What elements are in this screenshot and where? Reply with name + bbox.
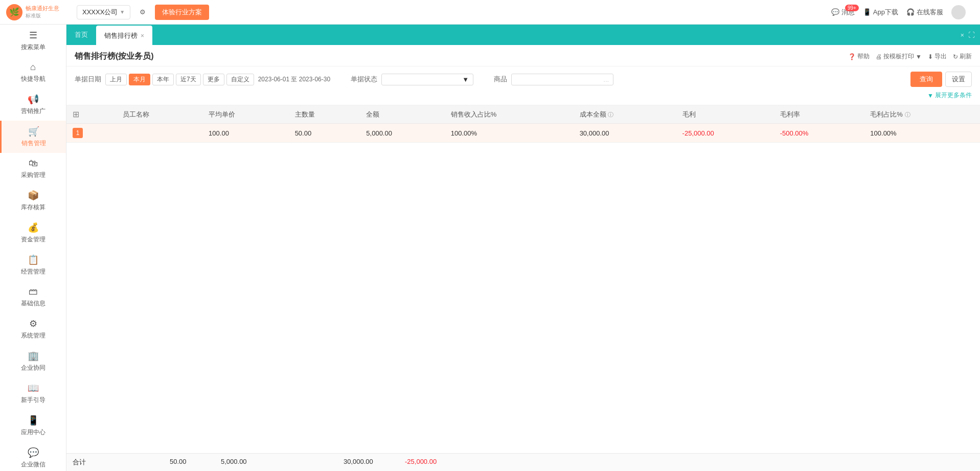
col-gross-pct: 毛利占比% ⓘ: [864, 105, 980, 124]
help-icon: ❓: [848, 53, 856, 60]
topbar-settings-button[interactable]: ⚙: [135, 5, 150, 19]
app-download-button[interactable]: 📱 App下载: [863, 8, 898, 17]
sidebar-item-search-order[interactable]: ☰ 搜索菜单: [0, 25, 66, 57]
status-filter-group: 单据状态 ▼: [351, 74, 473, 85]
table-body: 1 100.00 50.00 5,000.00 100.00% 30,000.0…: [66, 124, 980, 143]
online-service-button[interactable]: 🎧 在线客服: [906, 8, 943, 17]
footer-amount: 5,000.00: [221, 458, 282, 467]
sidebar-item-quick-nav[interactable]: ⌂ 快捷导航: [0, 57, 66, 88]
sidebar-label-sales: 销售管理: [21, 139, 46, 148]
trial-button[interactable]: 体验行业方案: [155, 5, 209, 20]
sidebar-item-marketing[interactable]: 📢 营销推广: [0, 88, 66, 121]
expand-label: 展开更多条件: [935, 91, 972, 100]
sidebar-label-purchase: 采购管理: [21, 171, 45, 180]
sidebar-item-sales[interactable]: 🛒 销售管理: [0, 121, 66, 153]
user-avatar[interactable]: [951, 5, 966, 19]
goods-select[interactable]: ...: [511, 74, 613, 85]
page-content: 销售排行榜(按业务员) ❓ 帮助 🖨 按模板打印 ▼ ⬇: [66, 45, 980, 471]
online-service-label: 在线客服: [917, 8, 943, 17]
company-dropdown-arrow: ▼: [120, 9, 125, 15]
sales-icon: 🛒: [28, 126, 39, 137]
sidebar-item-enterprise[interactable]: 🏢 企业协同: [0, 345, 66, 377]
gross-pct-info-icon[interactable]: ⓘ: [905, 111, 910, 118]
expand-conditions-button[interactable]: ▼ 展开更多条件: [927, 91, 972, 100]
guide-icon: 📖: [28, 383, 39, 394]
cost-info-icon[interactable]: ⓘ: [608, 111, 613, 118]
column-settings-icon[interactable]: ⊞: [73, 110, 79, 119]
app-download-label: App下载: [873, 8, 898, 17]
footer-sales-pct: [282, 458, 344, 467]
date-btn-custom[interactable]: 自定义: [226, 74, 254, 85]
query-button[interactable]: 查询: [910, 72, 942, 87]
sidebar-item-system[interactable]: ⚙ 系统管理: [0, 313, 66, 345]
settings-button[interactable]: 设置: [945, 72, 972, 87]
footer-avg-price: [119, 458, 170, 467]
sidebar-item-purchase[interactable]: 🛍 采购管理: [0, 153, 66, 185]
tab-sales-rank-label: 销售排行榜: [104, 31, 138, 40]
sidebar-label-guide: 新手引导: [21, 396, 45, 405]
sidebar-item-operation[interactable]: 📋 经营管理: [0, 249, 66, 281]
tab-close-icon[interactable]: ×: [141, 32, 144, 39]
sidebar-label-appcenter: 应用中心: [21, 428, 45, 437]
sidebar-label-quicknav: 快捷导航: [21, 75, 45, 83]
date-btn-last-month[interactable]: 上月: [105, 74, 127, 85]
status-select[interactable]: ▼: [381, 74, 473, 85]
sidebar-item-basic-info[interactable]: 🗃 基础信息: [0, 281, 66, 313]
col-amount: 全额: [360, 105, 444, 124]
tab-maximize-icon[interactable]: ⛶: [968, 31, 975, 39]
content-area: 首页 销售排行榜 × × ⛶ 销售排行榜(按业务员): [66, 25, 980, 471]
logo-area: 🌿 畅康通好生意 标准版: [6, 4, 72, 20]
sidebar-item-wechat[interactable]: 💬 企业微信: [0, 442, 66, 471]
refresh-button[interactable]: ↻ 刷新: [953, 52, 972, 61]
operation-icon: 📋: [28, 254, 39, 265]
filter-actions: 查询 设置: [910, 72, 972, 87]
tab-home-label: 首页: [75, 30, 88, 39]
wechat-icon: 💬: [28, 447, 39, 458]
date-btn-more[interactable]: 更多: [203, 74, 224, 85]
message-button[interactable]: 💬 消息 99+: [831, 8, 855, 17]
cell-avg-price: 100.00: [202, 124, 289, 143]
table-header-row: ⊞ 员工名称 平均单价 主数量 全额 销售收入占比% 成本全额 ⓘ 毛利 毛利率: [66, 105, 980, 124]
tab-bar: 首页 销售排行榜 × × ⛶: [66, 25, 980, 45]
date-btn-this-month[interactable]: 本月: [129, 74, 150, 85]
print-label: 按模板打印: [883, 52, 914, 61]
tab-close-all-icon[interactable]: ×: [960, 31, 964, 39]
company-selector[interactable]: XXXXX公司 ▼: [77, 5, 130, 19]
rank-badge: 1: [73, 128, 83, 138]
cell-amount: 5,000.00: [360, 124, 444, 143]
print-dropdown-arrow: ▼: [916, 53, 922, 60]
sidebar-label-finance: 资金管理: [21, 235, 45, 244]
tab-home[interactable]: 首页: [66, 25, 96, 45]
col-settings-header[interactable]: ⊞: [66, 105, 117, 124]
purchase-icon: 🛍: [29, 158, 38, 169]
print-icon: 🖨: [876, 53, 882, 60]
cell-gross: -25,000.00: [676, 124, 774, 143]
table-footer: 合计 50.00 5,000.00 30,000.00 -25,000.00: [66, 453, 980, 471]
app-container: 🌿 畅康通好生意 标准版 XXXXX公司 ▼ ⚙ 体验行业方案 💬 消息 99+…: [0, 0, 980, 471]
message-icon: 💬: [831, 8, 839, 16]
print-button[interactable]: 🖨 按模板打印 ▼: [876, 52, 922, 61]
date-btn-7days[interactable]: 近7天: [176, 74, 201, 85]
page-header-actions: ❓ 帮助 🖨 按模板打印 ▼ ⬇ 导出 ↻: [848, 52, 972, 61]
export-button[interactable]: ⬇ 导出: [928, 52, 947, 61]
sidebar-item-inventory[interactable]: 📦 库存核算: [0, 185, 66, 217]
goods-filter-group: 商品 ...: [494, 74, 613, 85]
date-btn-this-year[interactable]: 本年: [152, 74, 174, 85]
date-buttons: 上月 本月 本年 近7天 更多 自定义: [105, 74, 254, 85]
message-badge: 99+: [845, 5, 859, 11]
basicinfo-icon: 🗃: [29, 286, 38, 297]
tab-sales-rank[interactable]: 销售排行榜 ×: [96, 26, 152, 46]
sidebar-item-guide[interactable]: 📖 新手引导: [0, 377, 66, 410]
status-select-arrow: ▼: [462, 76, 469, 83]
footer-gross: -25,000.00: [405, 458, 466, 467]
logo-icon: 🌿: [6, 4, 22, 20]
filter-section: 单据日期 上月 本月 本年 近7天 更多 自定义 2023-06-01 至 20…: [66, 66, 980, 105]
sidebar-item-finance[interactable]: 💰 资金管理: [0, 217, 66, 249]
sidebar-item-app-center[interactable]: 📱 应用中心: [0, 410, 66, 442]
status-filter-label: 单据状态: [351, 75, 377, 84]
col-qty: 主数量: [289, 105, 360, 124]
refresh-icon: ↻: [953, 53, 958, 60]
logo-badge: 标准版: [26, 12, 59, 19]
col-gross: 毛利: [676, 105, 774, 124]
help-button[interactable]: ❓ 帮助: [848, 52, 870, 61]
